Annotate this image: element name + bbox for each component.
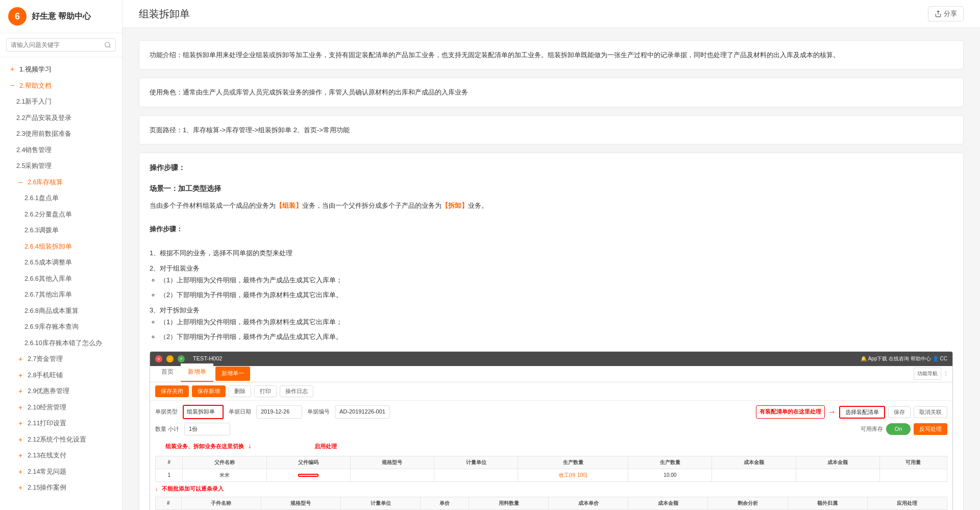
sidebar-item-2-6-9[interactable]: 2.6.9库存账本查询 bbox=[0, 319, 122, 335]
ss-delete-btn[interactable]: 删除 bbox=[229, 385, 251, 397]
ss-toggle-area: 可用库存 On 反写处理 bbox=[861, 423, 947, 435]
logo-area: 6 好生意 帮助中心 bbox=[0, 0, 122, 33]
ss-save-close-btn[interactable]: 保存关闭 bbox=[155, 385, 189, 397]
ss-tab-new-1[interactable]: 新增单一 bbox=[215, 367, 250, 381]
ss-upper-col-name: 父件名称 bbox=[183, 456, 266, 469]
sidebar-item-2-4[interactable]: 2.4销售管理 bbox=[0, 142, 122, 159]
ss-save-new-btn[interactable]: 保存新增 bbox=[192, 385, 226, 397]
search-area bbox=[0, 33, 122, 57]
sidebar-item-2-10[interactable]: + 2.10经营管理 bbox=[0, 400, 122, 416]
sidebar-item-2[interactable]: − 2.帮助文档 bbox=[0, 78, 122, 94]
ss-cell-no: 1 bbox=[156, 469, 183, 481]
step3-2: （2）下部明细为子件明细，最终作为产成品生成其它入库单。 bbox=[160, 331, 953, 343]
ss-select-bom-btn[interactable]: 选择装配清单 bbox=[839, 406, 885, 419]
sidebar-item-2-14[interactable]: + 2.14常见问题 bbox=[0, 464, 122, 480]
sidebar-item-2-6-3[interactable]: 2.6.3调拨单 bbox=[0, 223, 122, 239]
ss-cell-name: 米米 bbox=[183, 469, 266, 481]
sidebar-item-2-13[interactable]: + 2.13在线支付 bbox=[0, 448, 122, 464]
ss-tabs: 首页 新增单 新增单一 功能导航 ⋮ bbox=[150, 366, 952, 382]
sidebar-label-2-1: 2.1新手入门 bbox=[16, 98, 52, 107]
role-card: 使用角色：通常由生产人员或库管人员完成拆装业务的操作，库管人员确认原材料的出库和… bbox=[139, 78, 964, 107]
sidebar-item-2-6-10[interactable]: 2.6.10库存账本错了怎么办 bbox=[0, 335, 122, 352]
sidebar-item-2-6-4[interactable]: 2.6.4组装拆卸单 bbox=[0, 239, 122, 255]
sidebar-item-2-6-5[interactable]: 2.6.5成本调整单 bbox=[0, 255, 122, 271]
sidebar-item-2-15[interactable]: + 2.15操作案例 bbox=[0, 480, 122, 496]
intro-text: 功能介绍：组装拆卸单用来处理企业组装或拆卸等加工业务，支持有固定装配清单的产品加… bbox=[150, 49, 953, 61]
ss-print-btn[interactable]: 打印 bbox=[254, 385, 277, 397]
search-box[interactable] bbox=[6, 38, 116, 52]
step-2: 2、对于组装业务 （1）上部明细为父件明细，最终作为产成品生成其它入库单； （2… bbox=[150, 262, 953, 301]
step-1: 1、根据不同的业务，选择不同单据的类型来处理 bbox=[150, 247, 953, 259]
ss-upper-table: # 父件名称 父件编码 规格型号 计量单位 生产数量 生产数量 成本金额 成本金… bbox=[155, 456, 947, 482]
sidebar-label-2-3: 2.3使用前数据准备 bbox=[16, 130, 71, 139]
sidebar-label-2-6-9: 2.6.9库存账本查询 bbox=[24, 323, 79, 332]
ss-cell-avail bbox=[879, 469, 947, 481]
sidebar-item-2-3[interactable]: 2.3使用前数据准备 bbox=[0, 126, 122, 142]
share-button[interactable]: 分享 bbox=[928, 6, 964, 21]
ss-date-label: 单据日期 bbox=[229, 407, 251, 417]
sidebar-item-2-6-6[interactable]: 2.6.6其他入库单 bbox=[0, 271, 122, 287]
ss-lower-col-no: # bbox=[156, 497, 182, 510]
ss-upper-col-qty1: 生产数量 bbox=[518, 456, 628, 469]
ss-form-body: 单据类型 组装拆卸单 单据日期 2019-12-26 单据编号 AD-20191… bbox=[150, 401, 952, 510]
sidebar-item-2-6[interactable]: − 2.6库存核算 bbox=[0, 175, 122, 191]
ss-type-value[interactable]: 组装拆卸单 bbox=[183, 405, 224, 419]
sidebar-item-1[interactable]: + 1.视频学习 bbox=[0, 61, 122, 78]
ss-log-btn[interactable]: 操作日志 bbox=[280, 385, 313, 397]
ss-tab-home[interactable]: 首页 bbox=[154, 363, 181, 382]
expand-icon-2-8: + bbox=[16, 372, 24, 380]
ss-min: − bbox=[166, 355, 174, 362]
ss-lower-table: # 子件名称 规格型号 计量单位 单价 用料数量 成本单价 成本金额 剩余分析 bbox=[155, 497, 947, 510]
sidebar-label-2-4: 2.4销售管理 bbox=[16, 146, 52, 155]
sidebar-label-2-6-8: 2.6.8商品成本重算 bbox=[24, 307, 79, 316]
content-area: 功能介绍：组装拆卸单用来处理企业组装或拆卸等加工业务，支持有固定装配清单的产品加… bbox=[122, 28, 980, 510]
sidebar-label-2-6: 2.6库存核算 bbox=[28, 178, 63, 187]
expand-icon-2-11: + bbox=[16, 420, 24, 428]
sidebar-item-2-11[interactable]: + 2.11打印设置 bbox=[0, 416, 122, 432]
intro-card: 功能介绍：组装拆卸单用来处理企业组装或拆卸等加工业务，支持有固定装配清单的产品加… bbox=[139, 40, 964, 69]
expand-icon-2-15: + bbox=[16, 484, 24, 492]
ss-lower-col-spec: 规格型号 bbox=[261, 497, 340, 510]
ss-apply-btn[interactable]: 反写处理 bbox=[914, 423, 947, 435]
ss-save-btn[interactable]: 保存 bbox=[888, 406, 911, 418]
ss-cancel-btn[interactable]: 取消关联 bbox=[914, 406, 947, 418]
sidebar-item-2-1[interactable]: 2.1新手入门 bbox=[0, 94, 122, 110]
ss-title: TEST-H002 bbox=[193, 354, 222, 364]
sidebar-item-2-5[interactable]: 2.5采购管理 bbox=[0, 158, 122, 175]
sidebar-label-2-14: 2.14常见问题 bbox=[28, 468, 66, 477]
sidebar-item-2-6-8[interactable]: 2.6.8商品成本重算 bbox=[0, 303, 122, 320]
sidebar-label-2-6-7: 2.6.7其他出库单 bbox=[24, 290, 72, 300]
search-input[interactable] bbox=[11, 41, 104, 48]
ss-no-value: AD-20191226-001 bbox=[335, 405, 390, 419]
sidebar-item-2-6-2[interactable]: 2.6.2分量盘点单 bbox=[0, 207, 122, 223]
steps-title: 操作步骤： bbox=[150, 161, 953, 174]
ss-upper-col-amt2: 成本金额 bbox=[796, 456, 879, 469]
sidebar-item-2-6-7[interactable]: 2.6.7其他出库单 bbox=[0, 287, 122, 303]
step-list: 1、根据不同的业务，选择不同单据的类型来处理 2、对于组装业务 （1）上部明细为… bbox=[150, 247, 953, 343]
ss-tab-new[interactable]: 新增单 bbox=[181, 363, 213, 382]
page-header: 组装拆卸单 分享 bbox=[122, 0, 980, 28]
sidebar-item-2-2[interactable]: 2.2产品安装及登录 bbox=[0, 110, 122, 127]
sidebar-label-2-8: 2.8手机旺铺 bbox=[28, 371, 63, 380]
ss-middle-annotation: 组装业务、拆卸业务在这里切换 bbox=[165, 443, 244, 449]
expand-icon-2-7: + bbox=[16, 355, 24, 363]
ss-tab-actions: 功能导航 ⋮ bbox=[914, 368, 948, 382]
ss-bottom-annotation: ↓ 不能批添加可以逐条录入 bbox=[155, 482, 947, 495]
sidebar-item-2-8[interactable]: + 2.8手机旺铺 bbox=[0, 368, 122, 384]
ss-toggle[interactable]: On bbox=[886, 423, 911, 435]
ss-toolbar: 保存关闭 保存新增 删除 打印 操作日志 bbox=[150, 382, 952, 401]
ss-action-btn[interactable]: 功能导航 bbox=[914, 368, 941, 380]
ss-cell-qty2: 10.00 bbox=[628, 469, 712, 481]
sidebar-label-2-10: 2.10经营管理 bbox=[28, 403, 66, 412]
ss-cell-amt2 bbox=[796, 469, 879, 481]
step3-1: （1）上部明细为父件明细，最终作为原材料生成其它出库单； bbox=[160, 316, 953, 328]
sidebar-label-2-6-5: 2.6.5成本调整单 bbox=[24, 258, 72, 268]
ss-code-input[interactable] bbox=[298, 474, 318, 477]
sidebar-item-2-6-1[interactable]: 2.6.1盘点单 bbox=[0, 190, 122, 207]
sidebar-item-2-7[interactable]: + 2.7资金管理 bbox=[0, 351, 122, 368]
ss-form-row-1: 单据类型 组装拆卸单 单据日期 2019-12-26 单据编号 AD-20191… bbox=[155, 405, 947, 420]
ss-lower-col-price: 单价 bbox=[421, 497, 469, 510]
sidebar-item-2-12[interactable]: + 2.12系统个性化设置 bbox=[0, 432, 122, 448]
screenshot-container: × − + TEST-H002 🔔 App下载 在线咨询 帮助中心 👤 CC 首… bbox=[150, 351, 953, 510]
sidebar-item-2-9[interactable]: + 2.9优惠券管理 bbox=[0, 383, 122, 400]
